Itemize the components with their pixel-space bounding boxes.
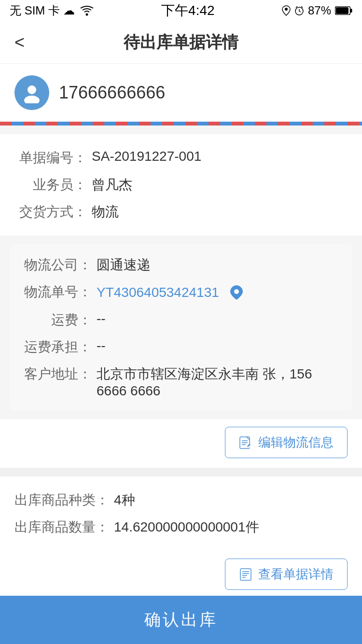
product-quantity-row: 出库商品数量： 14.620000000000001件 — [14, 518, 348, 536]
salesperson-value: 曾凡杰 — [92, 176, 348, 194]
wifi-icon — [80, 5, 94, 16]
address-row: 客户地址： 北京市市辖区海淀区永丰南 张，156 6666 6666 — [19, 365, 343, 399]
svg-rect-11 — [240, 569, 251, 580]
address-value: 北京市市辖区海淀区永丰南 张，156 6666 6666 — [97, 365, 343, 399]
svg-rect-5 — [336, 7, 348, 14]
base-info-section: 单据编号： SA-20191227-001 业务员： 曾凡杰 交货方式： 物流 — [0, 134, 362, 236]
user-icon — [21, 82, 42, 103]
order-no-label: 单据编号： — [14, 149, 92, 167]
edit-logistics-label: 编辑物流信息 — [258, 434, 334, 451]
delivery-method-label: 交货方式： — [14, 203, 92, 221]
status-left: 无 SIM 卡 ☁ — [10, 3, 94, 18]
view-detail-button[interactable]: 查看单据详情 — [225, 559, 348, 590]
page-title: 待出库单据详情 — [124, 31, 238, 54]
view-detail-label: 查看单据详情 — [258, 566, 334, 583]
freight-bear-value: -- — [97, 338, 343, 353]
svg-point-6 — [28, 85, 36, 94]
freight-bear-row: 运费承担： -- — [19, 338, 343, 356]
customer-phone: 17666666666 — [59, 83, 165, 103]
edit-logistics-button[interactable]: 编辑物流信息 — [225, 427, 348, 458]
product-quantity-value: 14.620000000000001件 — [114, 518, 348, 536]
freight-value: -- — [97, 311, 343, 326]
delivery-method-row: 交货方式： 物流 — [14, 203, 348, 221]
dashed-divider — [0, 122, 362, 126]
status-bar: 无 SIM 卡 ☁ 下午4:42 87% — [0, 0, 362, 21]
confirm-bar[interactable]: 确认出库 — [0, 596, 362, 644]
address-label: 客户地址： — [19, 365, 97, 383]
tracking-no-row: 物流单号： YT43064053424131 — [19, 283, 343, 302]
tracking-no-value: YT43064053424131 — [97, 285, 219, 300]
product-info-section: 出库商品种类： 4种 出库商品数量： 14.620000000000001件 — [0, 476, 362, 551]
view-detail-btn-row: 查看单据详情 — [0, 551, 362, 602]
freight-bear-label: 运费承担： — [19, 338, 97, 356]
svg-rect-4 — [350, 9, 352, 13]
status-right: 87% — [282, 4, 352, 17]
logistics-company-value: 圆通速递 — [97, 256, 343, 274]
battery-text: 87% — [308, 4, 331, 17]
map-pin-icon[interactable] — [227, 283, 246, 302]
logistics-company-label: 物流公司： — [19, 256, 97, 274]
tracking-no-label: 物流单号： — [19, 283, 97, 301]
svg-point-1 — [285, 8, 288, 11]
avatar — [14, 75, 49, 110]
freight-row: 运费： -- — [19, 311, 343, 329]
confirm-btn-label: 确认出库 — [144, 609, 218, 631]
product-types-label: 出库商品种类： — [14, 491, 114, 509]
customer-header: 17666666666 — [0, 64, 362, 122]
svg-point-0 — [85, 14, 88, 16]
product-types-value: 4种 — [114, 491, 348, 509]
freight-label: 运费： — [19, 311, 97, 329]
order-no-row: 单据编号： SA-20191227-001 — [14, 149, 348, 167]
salesperson-row: 业务员： 曾凡杰 — [14, 176, 348, 194]
status-time: 下午4:42 — [161, 1, 215, 20]
edit-icon — [239, 436, 252, 449]
svg-point-7 — [24, 96, 40, 103]
alarm-icon — [294, 5, 304, 16]
delivery-method-value: 物流 — [92, 203, 348, 221]
battery-icon — [335, 6, 352, 15]
location-active-icon — [282, 5, 291, 16]
product-quantity-label: 出库商品数量： — [14, 518, 114, 536]
logistics-company-row: 物流公司： 圆通速递 — [19, 256, 343, 274]
document-icon — [239, 568, 252, 581]
svg-point-8 — [234, 289, 239, 294]
edit-btn-row: 编辑物流信息 — [0, 419, 362, 468]
product-types-row: 出库商品种类： 4种 — [14, 491, 348, 509]
back-button[interactable]: < — [14, 32, 25, 53]
tracking-no-row-value: YT43064053424131 — [97, 283, 246, 302]
salesperson-label: 业务员： — [14, 176, 92, 194]
signal-text: 无 SIM 卡 ☁ — [10, 3, 75, 18]
logistics-card: 物流公司： 圆通速递 物流单号： YT43064053424131 运费： --… — [10, 244, 352, 410]
nav-bar: < 待出库单据详情 — [0, 21, 362, 64]
section-divider — [0, 468, 362, 476]
order-no-value: SA-20191227-001 — [92, 149, 348, 164]
